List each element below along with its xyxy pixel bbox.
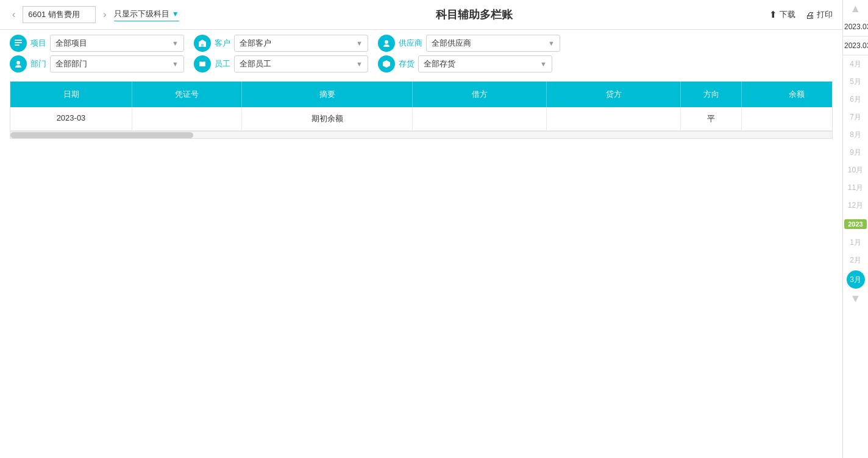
sidebar-month-6[interactable]: 6月	[843, 91, 868, 108]
page-title: 科目辅助多栏账	[184, 7, 764, 22]
download-label: 下载	[780, 9, 795, 20]
employee-value: 全部员工	[240, 58, 271, 69]
table-body: 2023-03 期初余额 平	[10, 107, 832, 131]
inventory-value: 全部存货	[424, 58, 455, 69]
sidebar-month-12[interactable]: 12月	[843, 197, 868, 214]
supplier-filter: 供应商 全部供应商 ▼	[378, 35, 560, 52]
cell-date: 2023-03	[10, 107, 132, 130]
show-sub-toggle[interactable]: 只显示下级科目 ▼	[114, 9, 179, 21]
cell-debit	[413, 107, 547, 130]
project-select[interactable]: 全部项目 ▼	[50, 35, 184, 52]
inventory-select[interactable]: 全部存货 ▼	[418, 55, 552, 72]
customer-select[interactable]: 全部客户 ▼	[234, 35, 368, 52]
svg-rect-2	[15, 44, 20, 46]
cell-summary: 期初余额	[242, 107, 413, 130]
action-buttons: ⬆ 下载 🖨 打印	[769, 9, 833, 20]
customer-value: 全部客户	[240, 38, 271, 49]
col-credit: 贷方	[547, 82, 681, 107]
horizontal-scrollbar[interactable]	[10, 132, 833, 139]
employee-icon	[194, 55, 211, 72]
supplier-icon	[378, 35, 395, 52]
department-value: 全部部门	[55, 58, 87, 69]
sidebar-period-2-label: 2023.03	[844, 41, 868, 50]
customer-icon	[194, 35, 211, 52]
employee-dropdown-icon: ▼	[356, 60, 363, 68]
svg-point-4	[385, 40, 388, 44]
cell-credit	[547, 107, 681, 130]
inventory-filter: 存货 全部存货 ▼	[378, 55, 552, 72]
main-window: ‹ 6601 销售费用 › 只显示下级科目 ▼ 科目辅助多栏账 ⬆ 下载 🖨 打…	[0, 0, 868, 458]
sidebar-month-1[interactable]: 1月	[843, 234, 868, 252]
sidebar-month-10[interactable]: 10月	[843, 161, 868, 179]
project-value: 全部项目	[55, 38, 87, 49]
header: ‹ 6601 销售费用 › 只显示下级科目 ▼ 科目辅助多栏账 ⬆ 下载 🖨 打…	[0, 0, 842, 30]
sidebar-month-5-label: 5月	[850, 77, 861, 86]
show-sub-arrow-icon: ▼	[172, 10, 179, 18]
table-row[interactable]: 2023-03 期初余额 平	[10, 107, 832, 131]
col-direction: 方向	[681, 82, 742, 107]
sidebar-month-10-label: 10月	[848, 166, 863, 174]
cell-direction: 平	[681, 107, 742, 130]
account-code: 6601 销售费用	[23, 6, 96, 23]
svg-rect-0	[15, 40, 22, 41]
sidebar-down-btn[interactable]: ▼	[848, 290, 864, 308]
data-table: 日期 凭证号 摘要 借方 贷方 方向 余额 2023-03 期初余额 平	[10, 81, 833, 132]
project-label: 项目	[30, 38, 46, 49]
sidebar-month-4-label: 4月	[850, 60, 861, 68]
scrollbar-thumb[interactable]	[10, 132, 193, 138]
project-icon	[10, 35, 27, 52]
filter-row-2: 部门 全部部门 ▼ 员工 全部员工 ▼	[10, 55, 833, 72]
sidebar-month-9-label: 9月	[850, 148, 861, 157]
sidebar-month-9[interactable]: 9月	[843, 144, 868, 161]
sidebar-month-1-label: 1月	[850, 238, 861, 247]
sidebar-month-8[interactable]: 8月	[843, 126, 868, 144]
sidebar-up-btn[interactable]: ▲	[848, 0, 864, 18]
sidebar-active-month-container: 3月	[847, 270, 865, 289]
print-label: 打印	[817, 9, 833, 20]
sidebar-month-7[interactable]: 7月	[843, 108, 868, 126]
sidebar-period-2[interactable]: 2023.03	[843, 37, 868, 55]
prev-account-btn[interactable]: ‹	[10, 8, 18, 21]
print-btn[interactable]: 🖨 打印	[805, 9, 833, 20]
supplier-select[interactable]: 全部供应商 ▼	[426, 35, 560, 52]
download-btn[interactable]: ⬆ 下载	[769, 9, 795, 20]
table-header: 日期 凭证号 摘要 借方 贷方 方向 余额	[10, 82, 832, 107]
sidebar-active-label: 3月	[850, 275, 861, 285]
sidebar-period-1-label: 2023.03	[844, 23, 868, 31]
employee-label: 员工	[215, 58, 230, 69]
svg-rect-6	[199, 62, 205, 66]
next-account-btn[interactable]: ›	[101, 8, 108, 21]
sidebar-period-1[interactable]: 2023.03	[843, 18, 868, 37]
customer-label: 客户	[215, 38, 230, 49]
sidebar-month-11-label: 11月	[848, 183, 863, 192]
sidebar-month-11[interactable]: 11月	[843, 179, 868, 197]
inventory-icon	[378, 55, 395, 72]
sidebar-month-4[interactable]: 4月	[843, 55, 868, 73]
col-summary: 摘要	[242, 82, 413, 107]
filter-area: 项目 全部项目 ▼ 客户 全部客户 ▼	[0, 30, 842, 81]
col-debit: 借方	[413, 82, 547, 107]
sidebar-month-2[interactable]: 2月	[843, 252, 868, 269]
sidebar-month-3-active[interactable]: 3月	[847, 270, 865, 289]
department-filter: 部门 全部部门 ▼	[10, 55, 184, 72]
supplier-label: 供应商	[399, 38, 422, 49]
department-dropdown-icon: ▼	[172, 60, 179, 68]
col-balance: 余额	[742, 82, 833, 107]
employee-select[interactable]: 全部员工 ▼	[234, 55, 368, 72]
sidebar-month-6-label: 6月	[850, 95, 861, 104]
sidebar-month-12-label: 12月	[848, 201, 863, 210]
department-select[interactable]: 全部部门 ▼	[50, 55, 184, 72]
sidebar-month-5[interactable]: 5月	[843, 73, 868, 91]
supplier-value: 全部供应商	[432, 38, 471, 49]
col-date: 日期	[10, 82, 132, 107]
department-icon	[10, 55, 27, 72]
project-dropdown-icon: ▼	[172, 40, 179, 47]
year-badge: 2023	[844, 219, 866, 229]
download-icon: ⬆	[769, 9, 777, 20]
svg-rect-7	[201, 60, 204, 62]
col-voucher: 凭证号	[132, 82, 242, 107]
sidebar-month-8-label: 8月	[850, 130, 861, 139]
print-icon: 🖨	[805, 10, 814, 20]
cell-voucher	[132, 107, 242, 130]
sidebar-month-2-label: 2月	[850, 256, 861, 264]
